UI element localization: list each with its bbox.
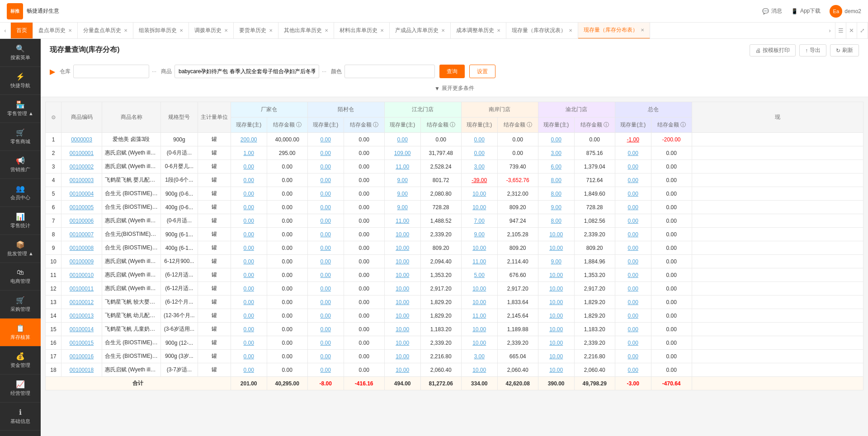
table-cell[interactable]: 1.00 (231, 146, 267, 160)
table-cell[interactable]: 0.00 (307, 295, 344, 309)
table-cell[interactable]: 10.00 (384, 255, 420, 268)
table-cell[interactable]: -39.00 (461, 173, 497, 187)
table-cell[interactable]: 0.00 (615, 160, 651, 173)
table-cell-code[interactable]: 00100009 (61, 255, 102, 268)
table-cell[interactable]: 10.00 (538, 309, 574, 323)
tab-menu-btn[interactable]: ☰ (835, 23, 846, 39)
goods-ellipsis[interactable]: ··· (322, 68, 326, 75)
table-cell[interactable]: 3.00 (461, 350, 497, 363)
table-cell[interactable]: 8.00 (538, 214, 574, 228)
table-cell[interactable]: 0.00 (307, 350, 344, 363)
color-input[interactable] (344, 65, 435, 78)
table-cell-code[interactable]: 00100018 (61, 363, 102, 377)
table-cell[interactable]: 0.00 (615, 282, 651, 295)
tab-assemble-close[interactable]: ✕ (179, 28, 183, 33)
sidebar-item-wholesale[interactable]: 📦 批发管理 ▲ (0, 235, 41, 263)
table-cell[interactable]: 10.00 (461, 336, 497, 350)
tab-stocktake-close[interactable]: ✕ (68, 28, 72, 33)
table-cell[interactable]: 0.00 (384, 133, 420, 146)
print-btn[interactable]: 🖨 按模板打印 (750, 44, 796, 56)
tab-home[interactable]: 首页 (11, 23, 33, 39)
table-cell-code[interactable]: 0000003 (61, 133, 102, 146)
table-cell[interactable]: 0.00 (307, 282, 344, 295)
sidebar-item-inventory[interactable]: 📋 库存核算 (0, 319, 41, 347)
sidebar-item-marketing[interactable]: 📢 营销推广 (0, 151, 41, 179)
tab-stock-status-close[interactable]: ✕ (569, 28, 572, 33)
user-profile[interactable]: Ea demo2 (830, 5, 861, 18)
table-cell[interactable]: 0.00 (615, 146, 651, 160)
tab-assemble[interactable]: 组装拆卸单历史 ✕ (133, 23, 189, 39)
table-cell[interactable]: 0.00 (615, 201, 651, 214)
table-cell[interactable]: 0.00 (307, 201, 344, 214)
table-cell[interactable]: 0.00 (307, 268, 344, 282)
table-cell[interactable]: 0.00 (307, 336, 344, 350)
table-cell[interactable]: 0.00 (307, 323, 344, 336)
tab-transfer-close[interactable]: ✕ (224, 28, 228, 33)
tab-stock-status[interactable]: 现存量（库存状况表） ✕ (506, 23, 578, 39)
table-cell[interactable]: 0.00 (231, 241, 267, 255)
tab-expand-btn[interactable]: ⤢ (857, 23, 868, 39)
table-cell[interactable]: 0.00 (307, 363, 344, 377)
table-cell-code[interactable]: 00100002 (61, 160, 102, 173)
tab-other-out[interactable]: 其他出库单历史 ✕ (278, 23, 334, 39)
table-cell[interactable]: 10.00 (461, 201, 497, 214)
warehouse-ellipsis[interactable]: ··· (152, 68, 156, 75)
setting-btn[interactable]: 设置 (469, 65, 495, 78)
tab-cost-adj[interactable]: 成本调整单历史 ✕ (451, 23, 506, 39)
app-download-btn[interactable]: 📱 App下载 (791, 7, 821, 15)
message-btn[interactable]: 💬 消息 (762, 7, 782, 15)
table-cell[interactable]: 200.00 (231, 133, 267, 146)
table-cell[interactable]: 11.00 (384, 160, 420, 173)
table-cell[interactable]: 0.00 (615, 363, 651, 377)
table-cell[interactable]: 10.00 (461, 241, 497, 255)
table-cell[interactable]: 8.00 (538, 173, 574, 187)
sidebar-item-finance[interactable]: 💰 资金管理 (0, 347, 41, 375)
table-cell[interactable]: 0.00 (615, 187, 651, 201)
query-btn[interactable]: 查询 (439, 65, 465, 78)
table-cell[interactable]: 10.00 (538, 295, 574, 309)
sidebar-item-quick[interactable]: ⚡ 快捷导航 (0, 67, 41, 95)
table-cell[interactable]: 10.00 (384, 309, 420, 323)
table-cell[interactable]: 0.00 (615, 214, 651, 228)
table-cell[interactable]: 10.00 (538, 363, 574, 377)
table-cell[interactable]: 9.00 (384, 187, 420, 201)
table-cell[interactable]: 109.00 (384, 146, 420, 160)
table-cell-code[interactable]: 00100007 (61, 228, 102, 241)
sidebar-item-ecommerce[interactable]: 🛍 电商管理 (0, 263, 41, 291)
table-cell[interactable]: 10.00 (384, 228, 420, 241)
table-cell-code[interactable]: 00100011 (61, 282, 102, 295)
table-cell-code[interactable]: 00100004 (61, 187, 102, 201)
table-cell[interactable]: 8.00 (538, 187, 574, 201)
table-cell[interactable]: 0.00 (231, 309, 267, 323)
table-cell[interactable]: 0.00 (231, 173, 267, 187)
table-cell[interactable]: 11.00 (461, 309, 497, 323)
table-cell[interactable]: 0.00 (538, 133, 574, 146)
table-cell[interactable]: 0.00 (307, 187, 344, 201)
table-cell[interactable]: 6.00 (538, 160, 574, 173)
table-cell[interactable]: 0.00 (231, 160, 267, 173)
table-cell[interactable]: 0.00 (231, 350, 267, 363)
tab-cost-adj-close[interactable]: ✕ (497, 28, 500, 33)
table-cell[interactable]: 10.00 (384, 268, 420, 282)
table-cell[interactable]: 0.00 (231, 268, 267, 282)
tab-stock-dist[interactable]: 现存量（库存分布表） ✕ (578, 23, 650, 39)
table-cell[interactable]: 0.00 (307, 255, 344, 268)
table-cell[interactable]: 0.00 (231, 363, 267, 377)
sidebar-item-operation[interactable]: 📈 经营管理 (0, 375, 41, 403)
table-cell[interactable]: 0.00 (615, 255, 651, 268)
table-cell[interactable]: 10.00 (461, 282, 497, 295)
tab-stock-sub-close[interactable]: ✕ (124, 28, 127, 33)
table-cell-code[interactable]: 00100001 (61, 146, 102, 160)
search-collapse-btn[interactable]: ▶ (50, 67, 55, 76)
tab-product-in[interactable]: 产成品入库单历史 ✕ (390, 23, 451, 39)
table-cell[interactable]: 3.00 (538, 146, 574, 160)
sidebar-item-basics[interactable]: ℹ 基础信息 (0, 403, 41, 431)
table-cell[interactable]: 0.00 (231, 282, 267, 295)
warehouse-input[interactable] (73, 65, 149, 78)
table-cell-code[interactable]: 00100008 (61, 241, 102, 255)
tab-material-out[interactable]: 材料出库单历史 ✕ (334, 23, 390, 39)
table-cell[interactable]: 9.00 (538, 255, 574, 268)
table-cell[interactable]: 0.00 (307, 146, 344, 160)
sidebar-item-purchase[interactable]: 🛒 采购管理 (0, 291, 41, 319)
tab-stock-sub[interactable]: 分量盘点单历史 ✕ (78, 23, 133, 39)
